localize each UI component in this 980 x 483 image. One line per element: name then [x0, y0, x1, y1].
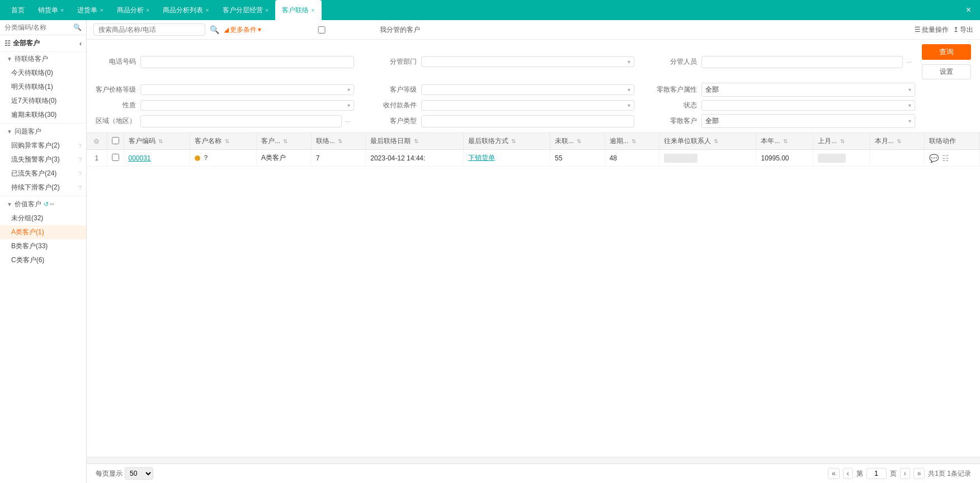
grid-action-icon[interactable]: ☷	[942, 154, 949, 163]
table-scroll-bar[interactable]	[87, 457, 980, 463]
nav-tab-home[interactable]: 首页	[4, 0, 31, 20]
help-icon-repurchase: ?	[78, 143, 82, 149]
sidebar-search-area: 🔍	[0, 20, 86, 35]
next-page-button[interactable]: ›	[900, 468, 910, 479]
sidebar-item-b-class[interactable]: B类客户(33)	[0, 239, 86, 253]
retail-attr-select[interactable]: 全部 ▾	[701, 83, 915, 97]
nav-tab-analysis-list[interactable]: 商品分析列表 ×	[156, 0, 215, 20]
nav-tab-purchase[interactable]: 进货单 ×	[70, 0, 110, 20]
sidebar-group-pending[interactable]: ▼ 待联络客户	[0, 52, 86, 66]
sidebar-item-tomorrow[interactable]: 明天待联络(1)	[0, 80, 86, 94]
close-tab-purchase[interactable]: ×	[100, 7, 103, 13]
close-tab-sales[interactable]: ×	[60, 7, 64, 13]
page-number-input[interactable]	[866, 468, 887, 479]
row-select-checkbox[interactable]	[112, 154, 119, 161]
per-page-select[interactable]: 50 100 200	[125, 467, 153, 480]
retail-customer-arrow: ▾	[908, 118, 911, 124]
th-actions: 联络动作	[925, 133, 980, 150]
my-customers-checkbox[interactable]	[266, 26, 378, 34]
sort-icon-this-month[interactable]: ⇅	[897, 138, 901, 144]
table-row: 1 000031 ？ A类客户	[87, 150, 980, 167]
filter-dept: 分管部门 ▾	[376, 56, 635, 67]
sort-icon-last-month[interactable]: ⇅	[840, 138, 845, 144]
sort-icon-overdue[interactable]: ⇅	[632, 138, 636, 144]
query-setting-col: 查询 设置	[915, 44, 971, 79]
th-contact-count: 联络... ⇅	[311, 133, 366, 150]
sort-icon-method[interactable]: ⇅	[511, 138, 516, 144]
row-this-month	[870, 150, 925, 167]
dept-select[interactable]: ▾	[421, 56, 635, 67]
nav-tab-customer-contact[interactable]: 客户联络 ×	[275, 0, 321, 20]
select-all-checkbox[interactable]	[112, 137, 119, 144]
sidebar-item-a-class[interactable]: A类客户(1)	[0, 225, 86, 239]
table-header-row: ⚙ 客户编码 ⇅ 客户名称 ⇅	[87, 133, 980, 150]
sidebar-item-today[interactable]: 今天待联络(0)	[0, 66, 86, 80]
refresh-icon[interactable]: ↺	[44, 201, 49, 208]
edit-icon[interactable]: ✏	[50, 201, 55, 208]
phone-input[interactable]	[140, 56, 354, 68]
batch-op-button[interactable]: ☰ 批量操作	[915, 25, 949, 35]
prev-page-button[interactable]: ‹	[843, 468, 853, 479]
customer-type-input[interactable]	[421, 115, 635, 127]
sidebar-all-customers[interactable]: ☷ 全部客户 ‹	[0, 35, 86, 52]
sidebar-item-ungroup[interactable]: 未分组(32)	[0, 211, 86, 225]
th-not-contacted: 未联... ⇅	[550, 133, 605, 150]
nav-tab-customer-tier[interactable]: 客户分层经营 ×	[216, 0, 275, 20]
payment-select[interactable]: ▾	[421, 100, 635, 111]
status-select[interactable]: ▾	[701, 100, 915, 111]
sidebar-item-c-class[interactable]: C类客户(6)	[0, 253, 86, 267]
filter-search-button[interactable]: 🔍	[210, 25, 219, 34]
nav-tab-sales[interactable]: 销货单 ×	[31, 0, 70, 20]
sidebar-item-declining[interactable]: 持续下滑客户(2) ?	[0, 181, 86, 195]
sidebar-group-value[interactable]: ▼ 价值客户 ↺ ✏	[0, 197, 86, 211]
sidebar-item-repurchase[interactable]: 回购异常客户(2) ?	[0, 139, 86, 153]
close-tab-customer-tier[interactable]: ×	[265, 7, 268, 13]
sort-icon-name[interactable]: ⇅	[225, 138, 229, 144]
sidebar-item-loss-warning[interactable]: 流失预警客户(3) ?	[0, 153, 86, 167]
th-this-year: 本年... ⇅	[756, 133, 813, 150]
row-unit-contact	[659, 150, 756, 167]
sidebar-search-input[interactable]	[4, 23, 73, 31]
price-level-select[interactable]: ▾	[140, 84, 354, 95]
retail-customer-select[interactable]: 全部 ▾	[701, 114, 915, 128]
manager-label: 分管人员	[657, 57, 701, 67]
export-button[interactable]: ↥ 导出	[953, 25, 973, 35]
pagination-area: « ‹ 第 页 › » 共1页 1条记录	[828, 468, 971, 479]
dept-arrow: ▾	[628, 59, 630, 65]
area-input[interactable]	[140, 115, 342, 127]
setting-button[interactable]: 设置	[922, 64, 971, 79]
more-filters-button[interactable]: ◢ 更多条件 ▾	[224, 25, 261, 35]
sidebar-item-7days[interactable]: 近7天待联络(0)	[0, 94, 86, 108]
sort-icon-unit[interactable]: ⇅	[714, 138, 718, 144]
customer-level-select[interactable]: ▾	[421, 84, 635, 95]
close-tab-customer-contact[interactable]: ×	[311, 7, 314, 13]
last-page-button[interactable]: »	[913, 468, 925, 479]
first-page-button[interactable]: «	[828, 468, 840, 479]
area-ellipsis[interactable]: ···	[342, 117, 354, 125]
group-arrow-pending: ▼	[7, 56, 12, 62]
chat-action-icon[interactable]: 💬	[929, 154, 939, 163]
dept-label: 分管部门	[376, 57, 421, 67]
sort-icon-level[interactable]: ⇅	[283, 138, 288, 144]
nav-tab-analysis[interactable]: 商品分析 ×	[110, 0, 156, 20]
sort-icon-contact[interactable]: ⇅	[338, 138, 342, 144]
sort-icon-not-contacted[interactable]: ⇅	[577, 138, 581, 144]
search-input[interactable]	[93, 23, 205, 36]
filter-row-2: 客户价格等级 ▾ 客户等级 ▾ 零散客户属性	[96, 83, 971, 97]
sidebar-search-icon[interactable]: 🔍	[73, 23, 82, 31]
nature-select[interactable]: ▾	[140, 100, 354, 111]
last-method-link[interactable]: 下销货单	[468, 154, 495, 162]
sort-icon-code[interactable]: ⇅	[158, 138, 163, 144]
manager-input[interactable]	[701, 56, 903, 68]
row-index: 1	[87, 150, 107, 167]
sort-icon-year[interactable]: ⇅	[783, 138, 788, 144]
sidebar-item-overdue[interactable]: 逾期未联络(30)	[0, 108, 86, 122]
close-tab-analysis[interactable]: ×	[146, 7, 149, 13]
sidebar-group-problem[interactable]: ▼ 问题客户	[0, 125, 86, 139]
query-button[interactable]: 查询	[922, 44, 971, 60]
close-all-tabs[interactable]: ×	[962, 5, 976, 15]
sidebar-item-lost[interactable]: 已流失客户(24) ?	[0, 167, 86, 181]
manager-ellipsis[interactable]: ···	[903, 58, 915, 66]
close-tab-analysis-list[interactable]: ×	[205, 7, 209, 13]
sort-icon-date[interactable]: ⇅	[414, 138, 418, 144]
